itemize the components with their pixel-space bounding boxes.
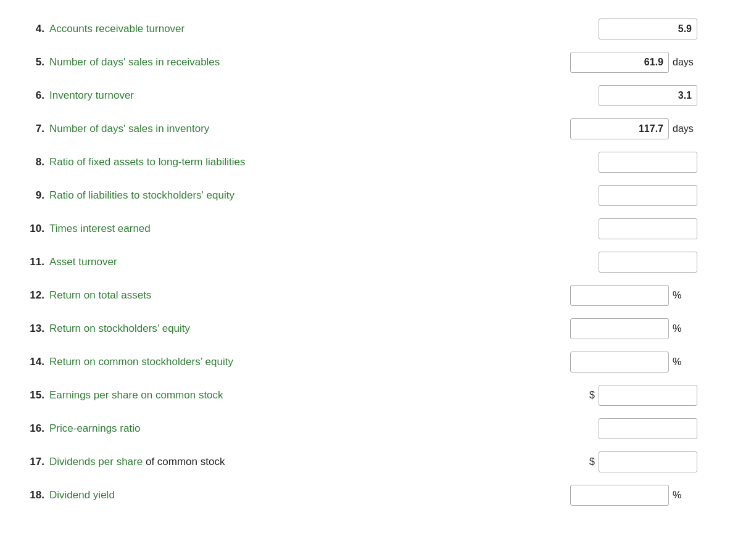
ratio-input-row-17[interactable]	[599, 451, 697, 472]
ratio-number: 10.	[19, 223, 49, 235]
ratio-suffix: %	[673, 290, 697, 301]
ratio-input-group	[599, 252, 697, 273]
ratio-row: 8.Ratio of fixed assets to long-term lia…	[19, 146, 697, 179]
ratio-number: 7.	[19, 123, 49, 135]
ratio-input-row-18[interactable]	[570, 485, 669, 506]
ratio-label: Ratio of liabilities to stockholders' eq…	[49, 189, 599, 202]
ratio-row: 12.Return on total assets%	[19, 279, 697, 312]
ratio-input-group: %	[570, 285, 697, 306]
ratio-row: 15.Earnings per share on common stock$	[19, 379, 697, 412]
ratio-input-group: %	[570, 318, 697, 339]
ratio-number: 9.	[19, 189, 49, 202]
ratio-label: Accounts receivable turnover	[49, 23, 599, 35]
ratio-label: Return on common stockholders’ equity	[49, 356, 570, 368]
ratio-label: Times interest earned	[49, 223, 599, 235]
ratio-input-group	[599, 85, 697, 106]
ratio-input-group: %	[570, 352, 697, 373]
ratio-number: 8.	[19, 156, 49, 168]
ratio-label: Return on stockholders’ equity	[49, 323, 570, 335]
ratio-number: 12.	[19, 289, 49, 302]
ratio-number: 6.	[19, 89, 49, 102]
ratio-number: 4.	[19, 23, 49, 35]
ratio-row: 16.Price-earnings ratio	[19, 412, 697, 445]
ratio-input-row-4[interactable]	[599, 19, 697, 39]
ratio-label: Number of days' sales in receivables	[49, 56, 570, 68]
ratio-input-row-7[interactable]	[570, 118, 669, 139]
ratio-label: Dividend yield	[49, 489, 570, 501]
ratio-input-group: $	[589, 385, 697, 406]
ratio-row: 6.Inventory turnover	[19, 79, 697, 112]
ratio-row: 9.Ratio of liabilities to stockholders' …	[19, 179, 697, 212]
ratio-row: 17.Dividends per share of common stock$	[19, 445, 697, 479]
ratio-label: Number of days' sales in inventory	[49, 123, 570, 135]
ratio-input-row-11[interactable]	[599, 252, 697, 273]
ratio-number: 13.	[19, 323, 49, 335]
ratio-label: Return on total assets	[49, 289, 570, 302]
ratio-input-row-15[interactable]	[599, 385, 697, 406]
ratio-row: 4.Accounts receivable turnover	[19, 12, 697, 46]
ratio-suffix: days	[673, 57, 697, 68]
ratio-input-group	[599, 185, 697, 206]
ratio-list: 4.Accounts receivable turnover5.Number o…	[19, 12, 697, 512]
ratio-input-row-5[interactable]	[570, 52, 669, 73]
ratio-suffix: days	[673, 123, 697, 134]
ratio-input-row-12[interactable]	[570, 285, 669, 306]
ratio-suffix: %	[673, 323, 697, 334]
ratio-input-group: days	[570, 118, 697, 139]
ratio-suffix: %	[673, 356, 697, 368]
ratio-row: 11.Asset turnover	[19, 245, 697, 279]
ratio-input-group: %	[570, 485, 697, 506]
ratio-row: 14.Return on common stockholders’ equity…	[19, 345, 697, 379]
ratio-input-row-10[interactable]	[599, 218, 697, 239]
ratio-prefix: $	[589, 390, 595, 401]
ratio-number: 15.	[19, 389, 49, 401]
ratio-label: Asset turnover	[49, 256, 599, 268]
ratio-label: Dividends per share of common stock	[49, 456, 589, 468]
ratio-number: 16.	[19, 422, 49, 435]
ratio-input-group	[599, 218, 697, 239]
ratio-input-row-16[interactable]	[599, 418, 697, 439]
ratio-number: 11.	[19, 256, 49, 268]
ratio-row: 7.Number of days' sales in inventorydays	[19, 112, 697, 146]
ratio-prefix: $	[589, 456, 595, 467]
ratio-suffix: %	[673, 490, 697, 501]
ratio-row: 13.Return on stockholders’ equity%	[19, 312, 697, 345]
ratio-input-group	[599, 19, 697, 39]
ratio-input-group	[599, 152, 697, 173]
ratio-number: 5.	[19, 56, 49, 68]
ratio-input-row-9[interactable]	[599, 185, 697, 206]
ratio-input-group	[599, 418, 697, 439]
ratio-row: 5.Number of days' sales in receivablesda…	[19, 46, 697, 79]
ratio-input-row-6[interactable]	[599, 85, 697, 106]
ratio-label: Inventory turnover	[49, 89, 599, 102]
ratio-input-row-14[interactable]	[570, 352, 669, 373]
ratio-number: 14.	[19, 356, 49, 368]
ratio-label: Earnings per share on common stock	[49, 389, 589, 401]
ratio-number: 17.	[19, 456, 49, 468]
ratio-row: 10.Times interest earned	[19, 212, 697, 245]
ratio-input-row-8[interactable]	[599, 152, 697, 173]
ratio-input-group: days	[570, 52, 697, 73]
ratio-label: Price-earnings ratio	[49, 422, 599, 435]
ratio-label: Ratio of fixed assets to long-term liabi…	[49, 156, 599, 168]
ratio-input-group: $	[589, 451, 697, 472]
ratio-input-row-13[interactable]	[570, 318, 669, 339]
ratio-number: 18.	[19, 489, 49, 501]
ratio-row: 18.Dividend yield%	[19, 479, 697, 512]
